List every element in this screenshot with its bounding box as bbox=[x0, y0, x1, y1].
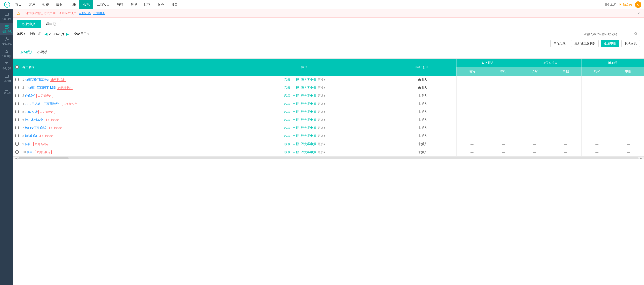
nav-account[interactable]: 记账 bbox=[66, 0, 79, 9]
tab-general-taxpayer[interactable]: 一般纳税人 bbox=[17, 50, 33, 56]
row-client-name: 6 地方水利基金 未更新税定 bbox=[21, 116, 220, 124]
svg-rect-2 bbox=[607, 3, 608, 4]
th-finance-report: 财务报表 bbox=[456, 59, 519, 67]
sidebar-item-settlement[interactable]: 汇算清缴 bbox=[0, 72, 13, 84]
row-checkbox-8[interactable] bbox=[15, 142, 19, 146]
row-added-fill: — bbox=[581, 92, 613, 100]
row-tax-declare: — bbox=[550, 108, 581, 116]
row-checkbox-5[interactable] bbox=[15, 118, 19, 121]
row-checkbox-6[interactable] bbox=[15, 126, 19, 129]
scroll-thumb[interactable] bbox=[18, 157, 69, 159]
th-finance-fill: 填写 bbox=[456, 67, 488, 76]
table-row: 10 科目2 未更新税定 税表 申报 设为零申报 更多▾ 未插入 — — — —… bbox=[13, 148, 644, 156]
banner-link-buy[interactable]: 立即购买 bbox=[93, 11, 105, 15]
row-added-declare: — bbox=[613, 116, 644, 124]
batch-declare-button[interactable]: 批量申报 bbox=[601, 40, 619, 47]
row-checkbox-cell bbox=[13, 140, 21, 148]
row-tax-declare: — bbox=[550, 100, 581, 108]
right-tools: 全屏 ▶ 畅会员 U bbox=[605, 1, 641, 8]
banner-close-button[interactable]: ✕ bbox=[637, 12, 640, 15]
scroll-track[interactable] bbox=[18, 157, 639, 159]
sidebar-label-tax-settings: 报税设置 bbox=[2, 18, 12, 21]
th-finance-declare: 申报 bbox=[488, 67, 519, 76]
member-button[interactable]: ▶ 畅会员 bbox=[619, 2, 632, 7]
nav-home[interactable]: 首页 bbox=[12, 0, 25, 9]
row-ca-status: 未插入 bbox=[389, 100, 456, 108]
search-button[interactable] bbox=[632, 31, 640, 37]
sidebar-item-personal-tax[interactable]: 个税申报 bbox=[0, 48, 13, 60]
content-area: ⚠ 一键报税功能已过试用期，请购买后使用 申报汇签 立即购买 ✕ 税款申报 零申… bbox=[13, 9, 644, 285]
nav-message[interactable]: 消息 bbox=[113, 0, 127, 9]
row-tax-fill: — bbox=[519, 116, 550, 124]
row-tax-declare: — bbox=[550, 84, 581, 92]
row-ca-status: 未插入 bbox=[389, 76, 456, 84]
location-info-icon[interactable]: ⓘ bbox=[38, 32, 41, 36]
employee-select[interactable]: 全部员工 ▾ bbox=[72, 31, 91, 37]
nav-service[interactable]: 服务 bbox=[154, 0, 168, 9]
sidebar-item-business-annual[interactable]: 工商年报 bbox=[0, 84, 13, 97]
location-label: 地区： bbox=[17, 32, 26, 36]
row-added-declare: — bbox=[613, 84, 644, 92]
nav-invoice[interactable]: 票据 bbox=[52, 0, 66, 9]
declare-record-button[interactable]: 申报记录 bbox=[550, 40, 569, 47]
row-checkbox-0[interactable] bbox=[15, 78, 19, 81]
nav-tax[interactable]: 报税 bbox=[79, 0, 93, 9]
table-row: 8 辅助期初 未更新税定 税表 申报 设为零申报 更多▾ 未插入 — — — —… bbox=[13, 132, 644, 140]
retrieve-receipt-button[interactable]: 收取回执 bbox=[621, 40, 640, 47]
scroll-left-arrow[interactable]: ◀ bbox=[15, 156, 17, 160]
row-checkbox-3[interactable] bbox=[15, 102, 19, 105]
row-checkbox-7[interactable] bbox=[15, 134, 19, 137]
table-row: 1 勿删新税网络通信 未更新税定 税表 申报 设为零申报 更多▾ 未插入 — —… bbox=[13, 76, 644, 84]
tab-small-scale[interactable]: 小规模 bbox=[37, 50, 47, 56]
row-tax-fill: — bbox=[519, 76, 550, 84]
select-all-checkbox[interactable] bbox=[15, 65, 19, 69]
svg-rect-8 bbox=[5, 25, 8, 26]
row-checkbox-cell bbox=[13, 76, 21, 84]
sidebar-item-tax-settings[interactable]: 报税设置 bbox=[0, 11, 13, 23]
row-finance-declare: — bbox=[488, 76, 519, 84]
row-client-name: 5 2007会计 未更新税定 bbox=[21, 108, 220, 116]
fullscreen-button[interactable]: 全屏 bbox=[605, 2, 616, 7]
row-client-name: 9 科目1 未更新税定 bbox=[21, 140, 220, 148]
update-tax-button[interactable]: 更新税定及取数 bbox=[571, 40, 599, 47]
svg-rect-19 bbox=[5, 75, 8, 78]
tab-tax-declare[interactable]: 税款申报 bbox=[17, 20, 41, 28]
scroll-right-arrow[interactable]: ▶ bbox=[640, 156, 642, 160]
user-avatar[interactable]: U bbox=[635, 1, 641, 8]
row-ca-status: 未插入 bbox=[389, 140, 456, 148]
row-ca-status: 未插入 bbox=[389, 132, 456, 140]
prev-month-button[interactable]: ◀ bbox=[44, 32, 47, 36]
row-added-declare: — bbox=[613, 108, 644, 116]
row-finance-declare: — bbox=[488, 108, 519, 116]
table-row: 6 地方水利基金 未更新税定 税表 申报 设为零申报 更多▾ 未插入 — — —… bbox=[13, 116, 644, 124]
nav-business[interactable]: 工商项目 bbox=[93, 0, 113, 9]
row-operations: 税表 申报 设为零申报 更多▾ bbox=[220, 148, 389, 156]
row-checkbox-9[interactable] bbox=[15, 150, 19, 154]
row-added-fill: — bbox=[581, 100, 613, 108]
nav-settings[interactable]: 设置 bbox=[168, 0, 181, 9]
nav-manage[interactable]: 管理 bbox=[127, 0, 140, 9]
warning-icon: ⚠ bbox=[17, 11, 20, 15]
tab-zero-declare[interactable]: 零申报 bbox=[41, 20, 61, 28]
row-added-fill: — bbox=[581, 116, 613, 124]
main-table: 客户名称 ▾ 操作 CA状态 C... 财务报表 增值税报表 附加税 填写 bbox=[13, 59, 644, 156]
svg-line-27 bbox=[637, 34, 638, 35]
row-operations: 税表 申报 设为零申报 更多▾ bbox=[220, 84, 389, 92]
nav-fee[interactable]: 收费 bbox=[39, 0, 52, 9]
search-input[interactable] bbox=[582, 31, 632, 37]
row-client-name: 4 2013日记账（不要删除给... 未更新税定 bbox=[21, 100, 220, 108]
row-checkbox-2[interactable] bbox=[15, 94, 19, 97]
row-checkbox-4[interactable] bbox=[15, 110, 19, 113]
sidebar-label-tax-overview: 报税总览 bbox=[2, 42, 12, 45]
bottom-scroll[interactable]: ◀ ▶ bbox=[13, 156, 644, 159]
next-month-button[interactable]: ▶ bbox=[66, 32, 69, 36]
banner-link-report[interactable]: 申报汇签 bbox=[79, 11, 91, 15]
row-checkbox-1[interactable] bbox=[15, 86, 19, 89]
table-wrap: 客户名称 ▾ 操作 CA状态 C... 财务报表 增值税报表 附加税 填写 bbox=[13, 59, 644, 156]
nav-operation[interactable]: 经营 bbox=[140, 0, 154, 9]
sidebar-item-tax-record[interactable]: 报税记录 bbox=[0, 60, 13, 72]
sidebar-item-batch-tax[interactable]: 批量报税 bbox=[0, 23, 13, 35]
action-row: 申报记录 更新税定及取数 批量申报 收取回执 bbox=[13, 40, 644, 50]
nav-client[interactable]: 客户 bbox=[25, 0, 39, 9]
sidebar-item-tax-overview[interactable]: 报税总览 bbox=[0, 35, 13, 48]
